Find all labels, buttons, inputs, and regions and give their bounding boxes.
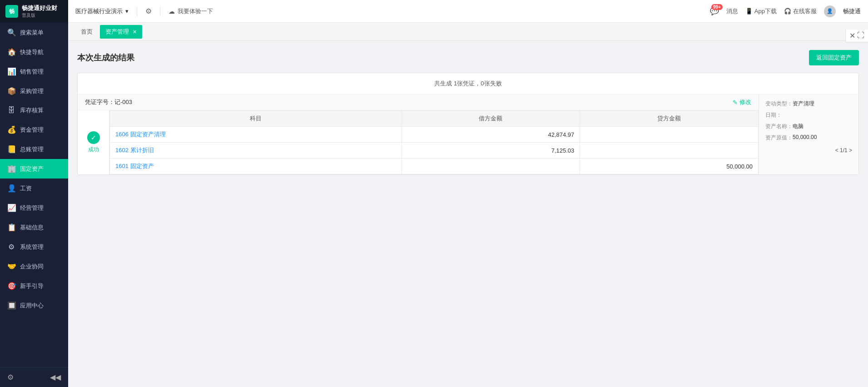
- avatar[interactable]: 👤: [824, 5, 836, 17]
- sidebar-item-guide[interactable]: 🎯 新手引导: [0, 276, 68, 296]
- logo-text: 畅捷通好业财 普及版: [22, 4, 57, 19]
- panel-controls: ✕ ⛶: [845, 30, 868, 42]
- download-icon: 📱: [745, 8, 753, 15]
- voucher-header: 凭证字号：记-003 ✎ 修改: [78, 94, 759, 110]
- table-row: 1602 累计折旧 7,125.03: [110, 143, 759, 159]
- operations-icon: 📈: [7, 203, 15, 212]
- cell-debit-2: [402, 159, 580, 174]
- purchase-icon: 📦: [7, 87, 15, 95]
- col-debit: 借方金额: [402, 111, 580, 127]
- voucher-section: 凭证字号：记-003 ✎ 修改 ✓ 成功: [78, 94, 858, 174]
- col-subject: 科目: [110, 111, 402, 127]
- col-credit: 贷方金额: [580, 111, 759, 127]
- project-selector[interactable]: 医疗器械行业演示 ▾: [75, 7, 129, 15]
- sidebar-item-system[interactable]: ⚙ 系统管理: [0, 237, 68, 257]
- collapse-icon[interactable]: ◀◀: [50, 373, 61, 382]
- guide-icon: 🎯: [7, 282, 15, 290]
- divider: [137, 7, 137, 16]
- app-download-link[interactable]: 📱 App下载: [745, 7, 777, 15]
- success-icon: ✓: [87, 131, 100, 144]
- sales-icon: 📊: [7, 67, 15, 76]
- sidebar-item-sales[interactable]: 📊 销售管理: [0, 62, 68, 81]
- experience-link[interactable]: ☁ 我要体验一下: [169, 7, 213, 15]
- quick-nav-icon: 🏠: [7, 48, 15, 56]
- tab-asset-mgmt[interactable]: 资产管理 ✕: [100, 25, 142, 39]
- sidebar-item-inventory[interactable]: 🗄 库存核算: [0, 101, 68, 120]
- sidebar-item-salary[interactable]: 👤 工资: [0, 179, 68, 198]
- side-date: 日期：: [765, 111, 852, 119]
- chevron-down-icon: ▾: [125, 8, 129, 15]
- system-icon: ⚙: [7, 243, 15, 251]
- cell-subject-1: 1602 累计折旧: [110, 143, 402, 159]
- sidebar-item-operations[interactable]: 📈 经营管理: [0, 198, 68, 218]
- funds-icon: 💰: [7, 125, 15, 134]
- message-label: 消息: [726, 7, 738, 15]
- side-asset-name: 资产名称： 电脑: [765, 123, 852, 130]
- online-service-link[interactable]: 🎧 在线客服: [784, 7, 817, 15]
- sidebar-item-quick-nav[interactable]: 🏠 快捷导航: [0, 42, 68, 62]
- inventory-icon: 🗄: [7, 106, 15, 114]
- cell-subject-2: 1601 固定资产: [110, 159, 402, 174]
- sidebar-footer: ⚙ ◀◀: [0, 367, 68, 387]
- ledger-icon: 📒: [7, 145, 15, 154]
- service-icon: 🎧: [784, 8, 791, 15]
- return-button[interactable]: 返回固定资产: [809, 50, 859, 65]
- status-column: ✓ 成功: [78, 110, 109, 174]
- sidebar-item-ledger[interactable]: 📒 总账管理: [0, 139, 68, 159]
- sidebar-item-fixed-assets[interactable]: 🏢 固定资产: [0, 159, 68, 179]
- logo-icon: 畅: [5, 5, 18, 18]
- topbar: 医疗器械行业演示 ▾ ⚙ ☁ 我要体验一下 💬 99+ 消息 📱 App下载 🎧…: [68, 0, 868, 23]
- table-row: 1601 固定资产 50,000.00: [110, 159, 759, 174]
- edit-icon: ✎: [733, 99, 738, 106]
- message-button[interactable]: 💬 99+: [710, 7, 719, 15]
- sidebar-item-enterprise[interactable]: 🤝 企业协同: [0, 257, 68, 276]
- cell-credit-2: 50,000.00: [580, 159, 759, 174]
- topbar-right: 💬 99+ 消息 📱 App下载 🎧 在线客服 👤 畅捷通: [710, 5, 861, 17]
- sidebar-item-app-center[interactable]: 🔲 应用中心: [0, 296, 68, 315]
- sidebar-logo: 畅 畅捷通好业财 普及版: [0, 0, 68, 23]
- tab-close-icon[interactable]: ✕: [133, 29, 137, 35]
- sidebar-item-basic-info[interactable]: 📋 基础信息: [0, 218, 68, 237]
- sidebar-menu: 🔍 搜索菜单 🏠 快捷导航 📊 销售管理 📦 采购管理 🗄 库存核算 💰 资金管…: [0, 23, 68, 367]
- basic-info-icon: 📋: [7, 223, 15, 232]
- cell-credit-0: [580, 127, 759, 143]
- cell-credit-1: [580, 143, 759, 159]
- voucher-rows-wrap: ✓ 成功 科目 借方金额 贷方金额: [78, 110, 759, 174]
- settings-icon[interactable]: ⚙: [7, 373, 14, 382]
- voucher-side-info: 变动类型： 资产清理 日期： 资产名称： 电脑 资产原值： 50,000.00: [759, 94, 858, 174]
- close-panel-icon[interactable]: ✕: [849, 31, 855, 40]
- main-area: 医疗器械行业演示 ▾ ⚙ ☁ 我要体验一下 💬 99+ 消息 📱 App下载 🎧…: [68, 0, 868, 387]
- cloud-icon: ☁: [169, 8, 175, 15]
- salary-icon: 👤: [7, 184, 15, 193]
- edit-button[interactable]: ✎ 修改: [733, 98, 751, 106]
- search-icon: 🔍: [7, 28, 15, 37]
- content-header: 本次生成的结果 返回固定资产: [77, 50, 859, 65]
- tab-home[interactable]: 首页: [75, 25, 98, 39]
- sidebar-item-purchase[interactable]: 📦 采购管理: [0, 81, 68, 101]
- sidebar-item-search[interactable]: 🔍 搜索菜单: [0, 23, 68, 42]
- app-center-icon: 🔲: [7, 301, 15, 310]
- pagination[interactable]: < 1/1 >: [765, 147, 852, 154]
- message-badge: 99+: [711, 4, 723, 10]
- cell-subject-0: 1606 固定资产清理: [110, 127, 402, 143]
- result-panel: 共生成 1张凭证，0张失败 凭证字号：记-003 ✎ 修改: [77, 73, 859, 175]
- fixed-assets-icon: 🏢: [7, 164, 15, 173]
- enterprise-icon: 🤝: [7, 262, 15, 271]
- table-header-row: 科目 借方金额 贷方金额: [110, 111, 759, 127]
- avatar-icon: 👤: [827, 8, 833, 14]
- voucher-number: 凭证字号：记-003: [85, 98, 132, 106]
- sidebar: 畅 畅捷通好业财 普及版 🔍 搜索菜单 🏠 快捷导航 📊 销售管理 📦 采购管理…: [0, 0, 68, 387]
- result-summary: 共生成 1张凭证，0张失败: [78, 73, 858, 94]
- gear-icon[interactable]: ⚙: [145, 7, 152, 15]
- expand-panel-icon[interactable]: ⛶: [857, 31, 864, 40]
- table-row: 1606 固定资产清理 42,874.97: [110, 127, 759, 143]
- sidebar-item-funds[interactable]: 💰 资金管理: [0, 120, 68, 139]
- page-title: 本次生成的结果: [77, 52, 134, 63]
- voucher-table: 科目 借方金额 贷方金额 1606 固定资产清理 42,874.97 1602 …: [109, 110, 759, 174]
- status-text: 成功: [88, 146, 99, 154]
- cell-debit-1: 7,125.03: [402, 143, 580, 159]
- side-original-value: 资产原值： 50,000.00: [765, 134, 852, 142]
- voucher-main: 凭证字号：记-003 ✎ 修改 ✓ 成功: [78, 94, 759, 174]
- cell-debit-0: 42,874.97: [402, 127, 580, 143]
- username-label: 畅捷通: [843, 7, 861, 15]
